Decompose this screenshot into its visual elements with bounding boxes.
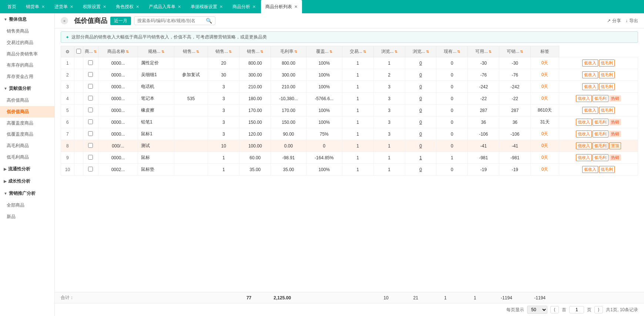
row-checkbox-2[interactable]: [88, 72, 93, 77]
share-button[interactable]: ↗ 分享: [607, 18, 621, 24]
view1-link[interactable]: 0: [419, 120, 422, 125]
collapse-button[interactable]: «: [61, 17, 68, 24]
nav-sales[interactable]: 销货单 ✕: [21, 0, 49, 13]
view1-link[interactable]: 0: [419, 132, 422, 137]
view1-link[interactable]: 0: [419, 143, 422, 149]
col-trade[interactable]: 交易...⇅: [342, 46, 373, 57]
cell-checkbox[interactable]: [83, 69, 98, 81]
row-checkbox-8[interactable]: [88, 143, 93, 148]
col-sales3[interactable]: 销售...⇅: [239, 46, 271, 57]
close-inbound-icon[interactable]: ✕: [178, 4, 181, 9]
view1-link[interactable]: 0: [419, 96, 422, 101]
cell-view1[interactable]: 0: [405, 81, 436, 93]
nav-template[interactable]: 单据模板设置 ✕: [186, 0, 227, 13]
page-input[interactable]: [569, 306, 584, 313]
sidebar-item-low-margin[interactable]: 低毛利商品: [0, 152, 54, 163]
col-sellable[interactable]: 可销...⇅: [499, 46, 531, 57]
cell-checkbox[interactable]: [83, 81, 98, 93]
col-checkbox[interactable]: [74, 46, 83, 57]
search-icon[interactable]: 🔍: [206, 18, 212, 24]
view1-link[interactable]: 0: [419, 108, 422, 113]
cell-view1[interactable]: 0: [405, 164, 436, 176]
sidebar-section-growth[interactable]: ▶ 成长性分析: [0, 175, 54, 187]
cell-view1[interactable]: 0: [405, 105, 436, 116]
cell-checkbox[interactable]: [83, 105, 98, 116]
col-code[interactable]: 商...⇅: [83, 46, 98, 57]
col-name[interactable]: 商品名称⇅: [98, 46, 138, 57]
cell-view1[interactable]: 0: [405, 116, 436, 128]
sidebar-section-contribution[interactable]: ▼ 贡献值分析: [0, 82, 54, 95]
view1-link[interactable]: 0: [419, 61, 422, 66]
cell-checkbox[interactable]: [83, 128, 98, 140]
row-checkbox-3[interactable]: [88, 84, 93, 89]
row-checkbox-4[interactable]: [88, 96, 93, 101]
sidebar-item-low-coverage[interactable]: 低覆盖度商品: [0, 129, 54, 140]
row-checkbox-1[interactable]: [88, 60, 93, 65]
sidebar-item-category-rate[interactable]: 商品分类销售率: [0, 48, 54, 60]
sidebar-item-stock-goods[interactable]: 有库存的商品: [0, 60, 54, 71]
next-page-button[interactable]: ⟩: [594, 306, 603, 313]
search-box[interactable]: 🔍: [134, 16, 215, 25]
cell-view1[interactable]: 0: [405, 140, 436, 152]
close-sales-icon[interactable]: ✕: [41, 4, 45, 9]
row-checkbox-5[interactable]: [88, 108, 93, 112]
filter-button[interactable]: 近一月: [110, 17, 131, 25]
sidebar-item-new-goods[interactable]: 新品: [0, 211, 54, 222]
close-analysis-icon[interactable]: ✕: [252, 4, 256, 9]
view1-link[interactable]: 0: [419, 84, 422, 89]
first-page-button[interactable]: ⟨: [550, 306, 559, 313]
col-coverage[interactable]: 覆盖...⇅: [306, 46, 342, 57]
table-container[interactable]: ⚙ 商...⇅ 商品名称⇅ 规格...⇅ 销售...⇅ 销售...⇅ 销售...…: [55, 46, 644, 292]
sidebar-item-high-value[interactable]: 高价值商品: [0, 95, 54, 106]
row-checkbox-9[interactable]: [88, 155, 93, 160]
cell-view1[interactable]: 0: [405, 57, 436, 69]
cell-view1[interactable]: 0: [405, 69, 436, 81]
search-input[interactable]: [137, 18, 206, 23]
sidebar-section-marketing[interactable]: ▼ 营销推广分析: [0, 187, 54, 200]
select-all-checkbox[interactable]: [76, 49, 81, 54]
cell-view1[interactable]: 0: [405, 93, 436, 105]
col-view2[interactable]: 浏览...⇅: [405, 46, 436, 57]
row-checkbox-6[interactable]: [88, 119, 93, 124]
sidebar-item-stock-fund[interactable]: 库存资金占用: [0, 71, 54, 82]
cell-checkbox[interactable]: [83, 140, 98, 152]
sidebar-item-traded-goods[interactable]: 交易过的商品: [0, 37, 54, 48]
view1-link[interactable]: 1: [419, 155, 422, 160]
col-sales1[interactable]: 销售...⇅: [174, 46, 208, 57]
nav-roles[interactable]: 角色授权 ✕: [111, 0, 144, 13]
view1-link[interactable]: 0: [419, 167, 422, 172]
cell-checkbox[interactable]: [83, 116, 98, 128]
export-button[interactable]: ↓ 导出: [625, 18, 638, 24]
page-size-select[interactable]: 50 100 200: [527, 306, 547, 314]
close-permissions-icon[interactable]: ✕: [103, 4, 106, 9]
cell-checkbox[interactable]: [83, 57, 98, 69]
close-roles-icon[interactable]: ✕: [136, 4, 139, 9]
sidebar-section-liquidity[interactable]: ▶ 流通性分析: [0, 163, 54, 175]
close-purchase-icon[interactable]: ✕: [70, 4, 73, 9]
nav-home[interactable]: 首页: [3, 0, 21, 13]
col-sales2[interactable]: 销售...⇅: [208, 46, 239, 57]
col-available[interactable]: 可用...⇅: [468, 46, 499, 57]
sidebar-item-all-goods[interactable]: 全部商品: [0, 200, 54, 211]
row-checkbox-10[interactable]: [88, 167, 93, 171]
nav-purchase[interactable]: 进货单 ✕: [50, 0, 78, 13]
col-settings[interactable]: ⚙: [61, 46, 74, 57]
cell-checkbox[interactable]: [83, 93, 98, 105]
col-view1[interactable]: 浏览...⇅: [373, 46, 405, 57]
row-checkbox-7[interactable]: [88, 131, 93, 136]
col-margin[interactable]: 毛利率⇅: [271, 46, 306, 57]
nav-analysis-list[interactable]: 商品分析列表 ✕: [261, 0, 302, 13]
nav-analysis[interactable]: 商品分析 ✕: [228, 0, 260, 13]
cell-checkbox[interactable]: [83, 164, 98, 176]
col-spec[interactable]: 规格...⇅: [138, 46, 174, 57]
sidebar-item-high-coverage[interactable]: 高覆盖度商品: [0, 118, 54, 129]
col-current[interactable]: 现有...⇅: [436, 46, 468, 57]
cell-view1[interactable]: 1: [405, 152, 436, 164]
nav-permissions[interactable]: 权限设置 ✕: [78, 0, 111, 13]
close-template-icon[interactable]: ✕: [219, 4, 223, 9]
sidebar-item-high-margin[interactable]: 高毛利商品: [0, 140, 54, 152]
nav-inbound[interactable]: 产成品入库单 ✕: [144, 0, 185, 13]
cell-view1[interactable]: 0: [405, 128, 436, 140]
sidebar-item-low-value[interactable]: 低价值商品: [0, 106, 54, 118]
cell-checkbox[interactable]: [83, 152, 98, 164]
